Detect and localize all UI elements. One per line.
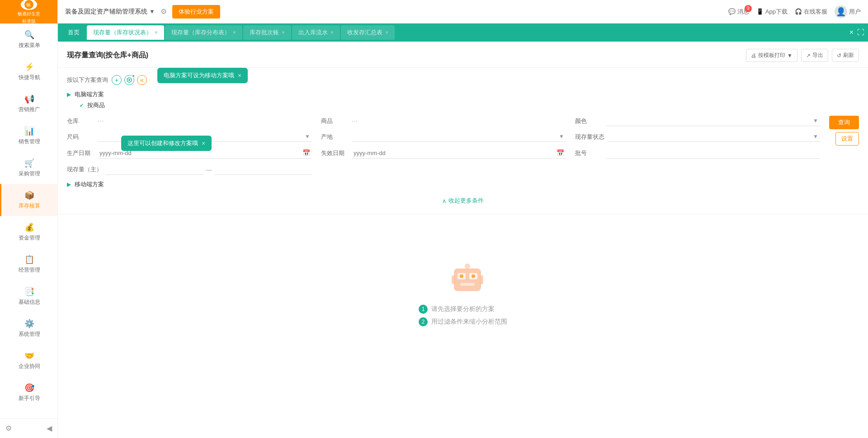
tooltip-create-scheme: 这里可以创建和修改方案哦 × <box>121 136 212 151</box>
desktop-scheme-label[interactable]: 电脑端方案 <box>75 90 104 99</box>
stock-main-from[interactable] <box>106 164 203 175</box>
tab-inout-close[interactable]: × <box>330 29 334 36</box>
collapse-button[interactable]: ∧ 收起更多条件 <box>67 191 859 205</box>
sidebar-item-search[interactable]: 🔍 搜索菜单 <box>0 24 57 56</box>
page-actions: 🖨 按模板打印 ▼ ↗ 导出 ↺ 刷新 <box>746 49 859 62</box>
sidebar-item-purchase[interactable]: 🛒 采购管理 <box>0 152 57 184</box>
tab-inventory-status-close[interactable]: × <box>155 29 158 36</box>
empty-steps: 1 请先选择要分析的方案 2 用过滤条件来缩小分析范围 <box>419 305 507 330</box>
sidebar-item-enterprise[interactable]: 🤝 企业协同 <box>0 344 57 377</box>
tab-summary-label: 收发存汇总表 <box>347 28 382 37</box>
batch-input[interactable] <box>606 148 820 159</box>
filter-label: 按以下方案查询 <box>67 76 108 84</box>
sidebar-item-quick[interactable]: ⚡ 快捷导航 <box>0 56 57 88</box>
step-2-num: 2 <box>419 317 428 326</box>
sidebar-item-basic-label: 基础信息 <box>19 298 40 306</box>
color-select[interactable]: ▼ <box>606 116 820 126</box>
stock-status-select-arrow: ▼ <box>813 133 818 140</box>
sidebar-item-inventory[interactable]: 📦 库存核算 <box>0 184 57 216</box>
stock-status-select[interactable]: ▼ <box>608 132 820 142</box>
sidebar-item-basic[interactable]: 📑 基础信息 <box>0 280 57 312</box>
system-selector[interactable]: 装备及固定资产辅助管理系统 ▼ <box>65 8 155 16</box>
tab-batch-close[interactable]: × <box>282 29 285 36</box>
sidebar-item-guide[interactable]: 🎯 新手引导 <box>0 377 57 409</box>
origin-select-arrow: ▼ <box>559 133 564 140</box>
sidebar-item-marketing[interactable]: 📢 营销推广 <box>0 88 57 120</box>
setting-button[interactable]: 设置 <box>835 132 859 146</box>
logo: 畅 畅通好生意 标准版 <box>0 0 57 24</box>
back-scheme-button[interactable]: « <box>137 75 147 85</box>
tooltip2-close[interactable]: × <box>202 140 205 147</box>
system-nav-icon: ⚙️ <box>24 319 34 329</box>
export-label: 导出 <box>812 52 823 59</box>
sidebar-item-sales[interactable]: 📊 销售管理 <box>0 120 57 152</box>
filter-warehouse-row: 仓库 ··· <box>67 116 312 126</box>
tab-batch[interactable]: 库存批次账 × <box>243 25 291 40</box>
tab-home[interactable]: 首页 <box>61 25 86 40</box>
stock-main-range: — <box>106 164 312 175</box>
enterprise-nav-icon: 🤝 <box>24 351 34 361</box>
tooltip2-text: 这里可以创建和修改方案哦 <box>127 139 198 147</box>
desktop-sub-check: ✔ <box>80 103 84 108</box>
search-buttons-col: 查询 设置 <box>829 116 859 175</box>
tab-inventory-status[interactable]: 现存量（库存状况表） × <box>87 25 164 40</box>
search-button[interactable]: 查询 <box>829 116 859 129</box>
tab-inventory-dist[interactable]: 现存量（库存分布表） × <box>165 25 242 40</box>
mobile-scheme-label[interactable]: 移动端方案 <box>75 180 104 188</box>
print-arrow: ▼ <box>787 52 793 59</box>
svg-point-12 <box>465 264 470 269</box>
svg-point-7 <box>460 274 463 278</box>
tabbar-close-icon[interactable]: × <box>849 28 854 37</box>
tooltip1-close[interactable]: × <box>238 72 241 79</box>
refresh-button[interactable]: ↺ 刷新 <box>832 49 859 62</box>
production-date-icon: 📅 <box>302 149 310 156</box>
svg-text:畅: 畅 <box>26 2 31 7</box>
add-scheme-button[interactable]: + <box>112 75 122 85</box>
sidebar-item-finance[interactable]: 💰 资金管理 <box>0 216 57 248</box>
sidebar-item-purchase-label: 采购管理 <box>19 170 40 178</box>
message-badge: 9 <box>745 5 752 12</box>
stock-main-label: 现存量（主） <box>67 165 102 174</box>
collapse-sidebar-icon[interactable]: ◀ <box>47 424 52 433</box>
sidebar-item-enterprise-label: 企业协同 <box>19 363 40 370</box>
gear-icon[interactable]: ⚙ <box>160 7 167 16</box>
tooltip-desktop-scheme: 电脑方案可设为移动方案哦 × <box>157 68 248 83</box>
filter-stock-main-row: 现存量（主） — <box>67 164 312 175</box>
edit-scheme-button[interactable] <box>124 75 134 85</box>
sidebar-item-operation[interactable]: 📋 经营管理 <box>0 248 57 280</box>
step-2-text: 用过滤条件来缩小分析范围 <box>431 318 507 326</box>
support-item[interactable]: 🎧 在线客服 <box>795 8 827 16</box>
tab-summary[interactable]: 收发存汇总表 × <box>341 25 395 40</box>
experience-button[interactable]: 体验行业方案 <box>172 5 220 19</box>
desktop-scheme-sub: ✔ 按商品 <box>67 101 859 109</box>
operation-nav-icon: 📋 <box>24 254 34 264</box>
sidebar-item-system[interactable]: ⚙️ 系统管理 <box>0 312 57 344</box>
sidebar-item-sales-label: 销售管理 <box>19 138 40 146</box>
settings-bottom-icon[interactable]: ⚙ <box>5 424 12 433</box>
goods-dots: ··· <box>352 117 358 125</box>
tabbar-fullscreen-icon[interactable]: ⛶ <box>857 28 864 37</box>
tab-inventory-dist-close[interactable]: × <box>233 29 236 36</box>
message-icon-item[interactable]: 💬 消息 9 <box>728 8 749 16</box>
tab-inout[interactable]: 出入库流水 × <box>292 25 340 40</box>
production-date-label: 生产日期 <box>67 149 94 157</box>
stock-main-to[interactable] <box>215 164 312 175</box>
user-item[interactable]: 👤 用户 <box>835 5 861 18</box>
origin-select[interactable]: ▼ <box>352 132 566 142</box>
print-button[interactable]: 🖨 按模板打印 ▼ <box>746 49 797 62</box>
tab-summary-close[interactable]: × <box>385 29 388 36</box>
tab-inventory-dist-label: 现存量（库存分布表） <box>171 28 230 37</box>
filter-expiry-date-row: 失效日期 📅 <box>321 147 566 159</box>
app-download-item[interactable]: 📱 App下载 <box>756 8 788 16</box>
logo-text: 畅通好生意 <box>18 11 40 17</box>
sidebar-item-marketing-label: 营销推广 <box>19 106 40 113</box>
content-inner: 现存量查询(按仓库+商品) 🖨 按模板打印 ▼ ↗ 导出 ↺ 刷新 <box>58 42 868 438</box>
stock-status-label: 现存量状态 <box>575 133 604 141</box>
expiry-date-field[interactable] <box>354 150 555 156</box>
active-dot <box>132 74 135 78</box>
tab-inout-label: 出入库流水 <box>298 28 328 37</box>
print-icon: 🖨 <box>751 52 756 59</box>
expiry-date-input[interactable]: 📅 <box>352 147 566 159</box>
export-button[interactable]: ↗ 导出 <box>801 49 828 62</box>
desktop-sub-item[interactable]: ✔ 按商品 <box>80 101 859 109</box>
